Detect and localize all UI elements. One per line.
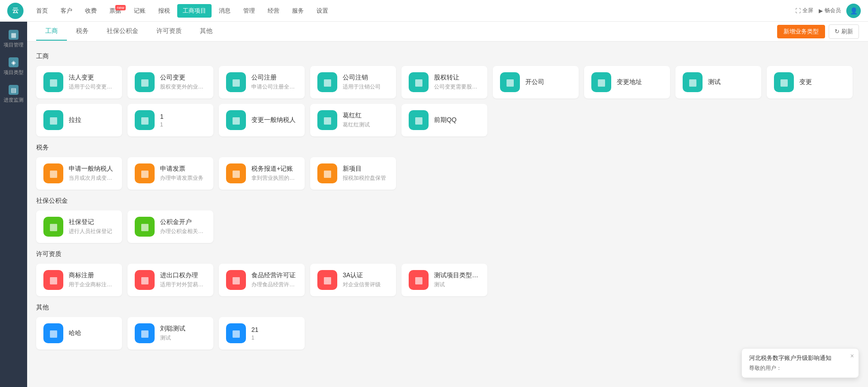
card-icon: ▦ (226, 323, 246, 343)
card-公司注册[interactable]: ▦公司注册申请公司注册全流程 (219, 66, 305, 98)
card-前期QQ[interactable]: ▦前期QQ (401, 104, 487, 136)
card-刘聪测试[interactable]: ▦刘聪测试测试 (127, 317, 213, 350)
card-name: 21 (251, 326, 297, 333)
card-text: 葛红红葛红红测试 (343, 112, 389, 129)
sidebar-item-进度监测[interactable]: ▤进度监测 (0, 80, 27, 108)
card-社保登记[interactable]: ▦社保登记进行人员社保登记 (36, 210, 122, 243)
notification-bubble: × 河北税务数字账户升级影响通知 尊敬的用户： (741, 348, 859, 364)
sidebar: ▦项目管理◈项目类型▤进度监测 (0, 22, 27, 364)
card-变更地址[interactable]: ▦变更地址 (584, 66, 670, 98)
card-name: 商标注册 (69, 271, 115, 280)
sidebar-item-项目管理[interactable]: ▦项目管理 (0, 25, 27, 53)
tab-许可资质[interactable]: 许可资质 (147, 23, 191, 41)
notification-close[interactable]: × (850, 352, 854, 359)
sidebar-label: 项目类型 (4, 69, 24, 76)
nav-item-工商项目[interactable]: 工商项目 (177, 4, 212, 18)
fullscreen-btn[interactable]: ⛶ 全屏 (795, 7, 813, 14)
tab-税务[interactable]: 税务 (67, 23, 98, 41)
card-进出口权办理[interactable]: ▦进出口权办理适用于对外贸易经营者 (127, 264, 213, 296)
card-desc: 测试 (434, 281, 480, 289)
section-title-税务: 税务 (36, 144, 859, 152)
card-公司变更[interactable]: ▦公司变更股权变更外的业务变更 (127, 66, 213, 98)
nav-item-首页[interactable]: 首页 (31, 4, 53, 18)
card-name: 刘聪测试 (160, 325, 206, 333)
card-icon: ▦ (226, 270, 246, 290)
card-公司注销[interactable]: ▦公司注销适用于注销公司 (310, 66, 396, 98)
card-icon: ▦ (43, 323, 63, 343)
card-食品经营许可证[interactable]: ▦食品经营许可证办理食品经营许可证 (219, 264, 305, 296)
card-text: 申请一般纳税人当月或次月成变更完成 (69, 165, 115, 182)
card-icon: ▦ (135, 163, 155, 183)
card-name: 1 (160, 113, 206, 120)
card-拉拉[interactable]: ▦拉拉 (36, 104, 122, 136)
card-name: 测试 (708, 78, 754, 86)
user-avatar[interactable]: 👤 (846, 4, 861, 18)
card-葛红红[interactable]: ▦葛红红葛红红测试 (310, 104, 396, 136)
card-开公司[interactable]: ▦开公司 (493, 66, 579, 98)
card-新项目[interactable]: ▦新项目报税加税控盘保管 (310, 157, 396, 190)
card-name: 食品经营许可证 (251, 271, 297, 280)
nav-item-设置[interactable]: 设置 (311, 4, 334, 18)
nav-item-票据[interactable]: 票据new (104, 4, 127, 18)
card-icon: ▦ (135, 72, 155, 92)
card-desc: 办理公积金相关业务 (160, 228, 206, 235)
card-name: 申请发票 (160, 165, 206, 173)
nav-item-消息[interactable]: 消息 (213, 4, 236, 18)
member-btn[interactable]: ▶ 畅会员 (819, 7, 841, 14)
card-icon: ▦ (317, 110, 337, 130)
tab-社保公积金[interactable]: 社保公积金 (98, 23, 147, 41)
card-变更一般纳税人[interactable]: ▦变更一般纳税人 (219, 104, 305, 136)
card-icon: ▦ (135, 323, 155, 343)
card-text: 公司注册申请公司注册全流程 (251, 74, 297, 91)
sidebar-icon: ▦ (9, 30, 19, 40)
new-type-button[interactable]: 新增业务类型 (777, 25, 825, 38)
section-title-其他: 其他 (36, 303, 859, 312)
nav-item-管理[interactable]: 管理 (238, 4, 260, 18)
card-哈哈[interactable]: ▦哈哈 (36, 317, 122, 350)
card-text: 测试项目类型目定义测试 (434, 271, 480, 289)
section-title-许可资质: 许可资质 (36, 250, 859, 258)
card-3A认证[interactable]: ▦3A认证对企业信誉评级 (310, 264, 396, 296)
card-变更[interactable]: ▦变更 (767, 66, 853, 98)
card-测试项目类型目定义[interactable]: ▦测试项目类型目定义测试 (401, 264, 487, 296)
card-name: 哈哈 (69, 329, 115, 337)
nav-item-收费[interactable]: 收费 (80, 4, 102, 18)
section-title-社保公积金: 社保公积金 (36, 197, 859, 205)
card-商标注册[interactable]: ▦商标注册用于企业商标注册服务 (36, 264, 122, 296)
card-icon: ▦ (226, 163, 246, 183)
card-测试[interactable]: ▦测试 (675, 66, 761, 98)
card-申请一般纳税人[interactable]: ▦申请一般纳税人当月或次月成变更完成 (36, 157, 122, 190)
card-公积金开户[interactable]: ▦公积金开户办理公积金相关业务 (127, 210, 213, 243)
tab-工商[interactable]: 工商 (36, 23, 67, 41)
nav-item-客户[interactable]: 客户 (55, 4, 78, 18)
refresh-button[interactable]: ↻ 刷新 (829, 24, 859, 39)
card-1[interactable]: ▦11 (127, 104, 213, 136)
card-text: 刘聪测试测试 (160, 325, 206, 342)
card-icon: ▦ (683, 72, 703, 92)
nav-item-记账[interactable]: 记账 (128, 4, 151, 18)
card-text: 变更一般纳税人 (251, 116, 297, 124)
card-name: 新项目 (343, 165, 389, 173)
card-股权转让[interactable]: ▦股权转让公司变更需要股权转让 (401, 66, 487, 98)
card-法人变更[interactable]: ▦法人变更适用于公司变更法人 (36, 66, 122, 98)
card-申请发票[interactable]: ▦申请发票办理申请发票业务 (127, 157, 213, 190)
card-text: 法人变更适用于公司变更法人 (69, 74, 115, 91)
card-icon: ▦ (591, 72, 611, 92)
card-text: 公积金开户办理公积金相关业务 (160, 218, 206, 235)
card-name: 前期QQ (434, 116, 480, 124)
tab-其他[interactable]: 其他 (191, 23, 222, 41)
card-21[interactable]: ▦211 (219, 317, 305, 350)
main-content: 工商税务社保公积金许可资质其他 新增业务类型 ↻ 刷新 工商▦法人变更适用于公司… (27, 22, 868, 364)
nav-item-经营[interactable]: 经营 (262, 4, 285, 18)
nav-item-报税[interactable]: 报税 (153, 4, 175, 18)
card-text: 新项目报税加税控盘保管 (343, 165, 389, 182)
nav-item-服务[interactable]: 服务 (287, 4, 309, 18)
card-text: 变更 (799, 78, 845, 86)
card-name: 公司注销 (343, 74, 389, 82)
card-税务报道+记账[interactable]: ▦税务报道+记账拿到营业执照的新公司 (219, 157, 305, 190)
card-name: 进出口权办理 (160, 271, 206, 280)
card-text: 3A认证对企业信誉评级 (343, 271, 389, 289)
card-text: 税务报道+记账拿到营业执照的新公司 (251, 165, 297, 182)
card-desc: 当月或次月成变更完成 (69, 174, 115, 182)
sidebar-item-项目类型[interactable]: ◈项目类型 (0, 53, 27, 80)
